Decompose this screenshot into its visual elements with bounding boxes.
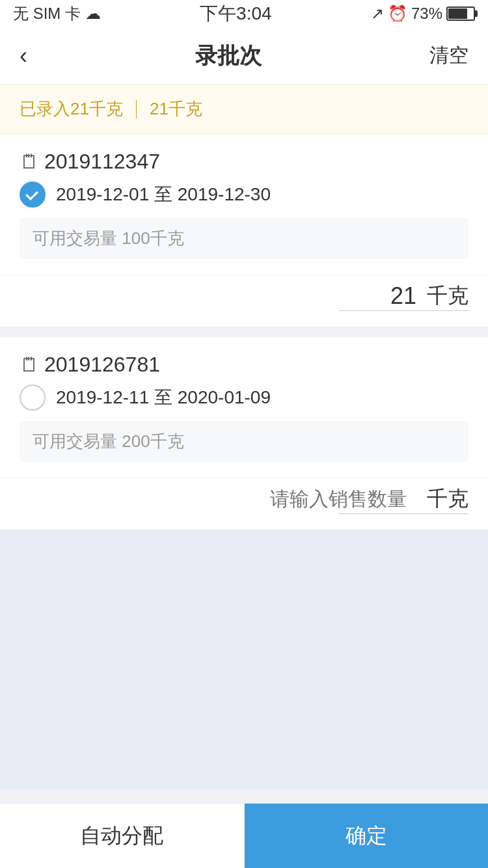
banner-divider [136,100,137,118]
batch2-id: 2019126781 [44,353,160,377]
status-right: ↗ ⏰ 73% [371,5,475,23]
batch1-date-row: 2019-12-01 至 2019-12-30 [20,182,468,208]
batch1-doc-icon: 🗒 [20,151,39,173]
batch2-radio[interactable] [20,385,46,411]
batch-item-1: 🗒 2019112347 2019-12-01 至 2019-12-30 可用交… [0,134,488,327]
battery-percent: 73% [411,5,442,23]
section-separator-1 [0,327,488,337]
clear-button[interactable]: 清空 [429,42,468,69]
batch1-qty-line [338,310,468,311]
batch2-quantity-unit: 千克 [427,485,468,513]
batch2-doc-icon: 🗒 [20,354,39,376]
batch1-availability-text: 可用交易量 100千克 [33,228,184,248]
batch1-availability: 可用交易量 100千克 [20,218,468,259]
recorded-amount-label: 已录入21千克 [20,98,123,120]
battery-icon [446,7,475,21]
batch1-quantity-section: 21 千克 [0,275,488,327]
info-banner: 已录入21千克 21千克 [0,85,488,134]
batch2-date-row: 2019-12-11 至 2020-01-09 [20,385,468,411]
batch-item-2: 🗒 2019126781 2019-12-11 至 2020-01-09 可用交… [0,337,488,530]
batch2-availability-text: 可用交易量 200千克 [33,431,184,451]
batch2-quantity-input[interactable] [20,488,416,510]
empty-area [0,530,488,790]
batch1-radio[interactable] [20,182,46,208]
status-left: 无 SIM 卡 ☁ [13,3,101,24]
back-button[interactable]: ‹ [20,42,27,70]
recorded-amount-value: 21千克 [150,98,202,120]
batch2-qty-line [338,513,468,514]
signal-text: 无 SIM 卡 ☁ [13,3,101,24]
batch1-date: 2019-12-01 至 2019-12-30 [56,182,271,207]
footer: 自动分配 确定 [0,803,488,868]
page-title: 录批次 [195,41,262,71]
batch1-id: 2019112347 [44,150,160,174]
nav-bar: ‹ 录批次 清空 [0,27,488,85]
status-time: 下午3:04 [200,1,272,26]
batch2-availability: 可用交易量 200千克 [20,421,468,462]
confirm-button[interactable]: 确定 [245,804,489,868]
status-bar: 无 SIM 卡 ☁ 下午3:04 ↗ ⏰ 73% [0,0,488,27]
auto-distribute-button[interactable]: 自动分配 [0,804,245,868]
batch1-quantity-unit: 千克 [427,282,468,310]
batch2-quantity-section: 千克 [0,478,488,530]
batch2-header: 🗒 2019126781 [20,353,468,377]
batch1-quantity-value: 21 [390,282,416,310]
location-icon: ↗ [371,5,384,23]
alarm-icon: ⏰ [388,5,407,23]
batch1-header: 🗒 2019112347 [20,150,468,174]
batch2-date: 2019-12-11 至 2020-01-09 [56,385,271,410]
